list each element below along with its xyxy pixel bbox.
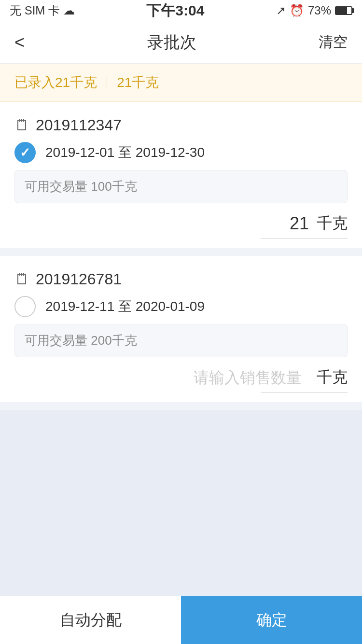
batch-avail-2: 可用交易量 200千克 [14, 324, 348, 357]
batch-card-1: 🗒 2019112347 2019-12-01 至 2019-12-30 可用交… [0, 102, 362, 248]
recorded-amount-value: 21千克 [117, 73, 159, 92]
batch-unit-2: 千克 [317, 367, 348, 388]
alarm-icon: ⏰ [290, 4, 304, 17]
batch-input-row-2: 千克 [0, 357, 362, 388]
sim-text: 无 SIM 卡 ☁ [10, 3, 75, 18]
batch-id-2: 2019126781 [36, 270, 122, 288]
page-title: 录批次 [147, 31, 196, 54]
batch-date-row-2: 2019-12-11 至 2020-01-09 [0, 288, 362, 317]
batch-amount-value-1: 21 [290, 213, 309, 234]
batch-header-1: 🗒 2019112347 [0, 102, 362, 134]
auto-distribute-button[interactable]: 自动分配 [0, 596, 181, 644]
back-button[interactable]: < [14, 32, 25, 53]
batch-icon-1: 🗒 [14, 116, 30, 134]
clear-button[interactable]: 清空 [319, 32, 348, 52]
batch-radio-1[interactable] [14, 142, 36, 163]
batch-id-1: 2019112347 [36, 116, 122, 134]
batch-amount-row-1: 21 千克 [0, 203, 362, 234]
battery-icon [335, 6, 352, 15]
banner-divider [107, 76, 107, 89]
batch-card-2: 🗒 2019126781 2019-12-11 至 2020-01-09 可用交… [0, 256, 362, 402]
separator-1 [0, 248, 362, 256]
separator-2 [0, 402, 362, 410]
bottom-space [0, 410, 362, 603]
status-bar: 无 SIM 卡 ☁ 下午3:04 ↗ ⏰ 73% [0, 0, 362, 21]
batch-date-row-1: 2019-12-01 至 2019-12-30 [0, 134, 362, 163]
batch-radio-2[interactable] [14, 296, 36, 317]
bottom-bar: 自动分配 确定 [0, 596, 362, 644]
info-banner: 已录入21千克 21千克 [0, 64, 362, 102]
batch-icon-2: 🗒 [14, 270, 30, 288]
confirm-button[interactable]: 确定 [181, 596, 362, 644]
battery-text: 73% [308, 4, 331, 17]
card-pad-2 [0, 392, 362, 402]
recorded-amount-label: 已录入21千克 [14, 73, 97, 92]
location-icon: ↗ [276, 4, 286, 17]
batch-header-2: 🗒 2019126781 [0, 256, 362, 288]
batch-avail-1: 可用交易量 100千克 [14, 170, 348, 203]
nav-bar: < 录批次 清空 [0, 21, 362, 64]
status-left: 无 SIM 卡 ☁ [10, 3, 75, 18]
batch-date-1: 2019-12-01 至 2019-12-30 [45, 143, 205, 162]
batch-unit-1: 千克 [317, 213, 348, 234]
card-pad-1 [0, 238, 362, 248]
batch-date-2: 2019-12-11 至 2020-01-09 [45, 297, 205, 316]
status-time: 下午3:04 [146, 1, 204, 21]
status-right: ↗ ⏰ 73% [276, 4, 352, 17]
batch-amount-input-2[interactable] [174, 369, 309, 387]
